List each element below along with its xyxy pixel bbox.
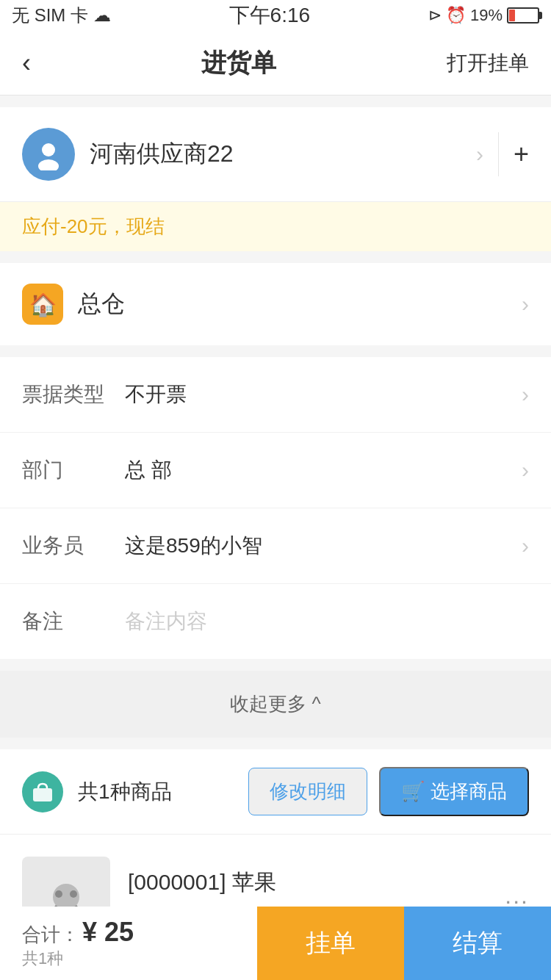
collapse-label: 收起更多 ^ <box>230 691 320 717</box>
chevron-right-icon: › <box>522 382 529 407</box>
remark-label: 备注 <box>22 608 110 635</box>
person-icon <box>32 138 65 170</box>
invoice-value: 不开票 <box>110 381 522 408</box>
product-count-icon <box>22 771 63 813</box>
collapse-button[interactable]: 收起更多 ^ <box>0 671 551 738</box>
invoice-row[interactable]: 票据类型 不开票 › <box>0 357 551 432</box>
chevron-right-icon: › <box>522 292 529 317</box>
notice-bar: 应付-20元，现结 <box>0 202 551 251</box>
svg-point-0 <box>42 143 55 156</box>
svg-rect-2 <box>33 788 52 801</box>
nav-bar: ‹ 进货单 打开挂单 <box>0 31 551 96</box>
supplier-row[interactable]: 河南供应商22 › + <box>0 107 551 202</box>
chevron-right-icon: › <box>476 142 483 167</box>
form-card: 票据类型 不开票 › 部门 总 部 › 业务员 这是859的小智 › 备注 备注… <box>0 357 551 659</box>
footer: 合计： ¥ 25 共1种 挂单 结算 <box>0 907 551 980</box>
department-label: 部门 <box>22 456 110 484</box>
battery-percent: 19% <box>470 6 503 25</box>
total-label: 合计： <box>22 922 79 948</box>
chevron-right-icon: › <box>522 458 529 483</box>
alarm-icon: ⏰ <box>446 6 466 25</box>
battery-icon <box>507 7 539 24</box>
modify-detail-button[interactable]: 修改明细 <box>248 768 367 815</box>
select-product-label: 选择商品 <box>431 779 507 804</box>
content-area: 河南供应商22 › + 应付-20元，现结 🏠 总仓 › 票据类型 不开票 › … <box>0 107 551 967</box>
warehouse-icon: 🏠 <box>22 284 63 325</box>
warehouse-name: 总仓 <box>78 288 522 320</box>
status-right: ⊳ ⏰ 19% <box>428 6 539 25</box>
product-name: [0000001] 苹果 <box>128 868 505 898</box>
settle-button[interactable]: 结算 <box>404 907 551 980</box>
vertical-divider <box>498 132 499 176</box>
notice-text: 应付-20元，现结 <box>22 215 165 237</box>
status-time: 下午6:16 <box>229 1 311 29</box>
total-count: 共1种 <box>22 948 235 970</box>
remark-row[interactable]: 备注 备注内容 <box>0 583 551 659</box>
status-bar: 无 SIM 卡 ☁ 下午6:16 ⊳ ⏰ 19% <box>0 0 551 31</box>
settle-button-label: 结算 <box>453 926 503 960</box>
cart-icon: 🛒 <box>401 780 425 803</box>
svg-point-4 <box>55 890 62 898</box>
back-button[interactable]: ‹ <box>22 48 31 79</box>
location-icon: ⊳ <box>428 6 442 25</box>
product-header: 共1种商品 修改明细 🛒 选择商品 <box>0 749 551 835</box>
sim-text: 无 SIM 卡 ☁ <box>12 4 111 27</box>
department-value: 总 部 <box>110 456 522 484</box>
status-left: 无 SIM 卡 ☁ <box>12 4 111 27</box>
supplier-avatar <box>22 128 75 181</box>
footer-total: 合计： ¥ 25 共1种 <box>0 907 257 980</box>
supplier-card: 河南供应商22 › + 应付-20元，现结 <box>0 107 551 251</box>
warehouse-row[interactable]: 🏠 总仓 › <box>0 263 551 345</box>
total-amount: ¥ 25 <box>82 917 134 948</box>
product-title-text: 苹果 <box>232 870 276 894</box>
select-product-button[interactable]: 🛒 选择商品 <box>379 767 529 816</box>
warehouse-card: 🏠 总仓 › <box>0 263 551 345</box>
open-hang-button[interactable]: 打开挂单 <box>447 49 529 77</box>
department-row[interactable]: 部门 总 部 › <box>0 432 551 508</box>
add-button[interactable]: + <box>514 139 529 170</box>
hang-button-label: 挂单 <box>306 926 356 960</box>
svg-point-1 <box>38 159 59 170</box>
remark-placeholder[interactable]: 备注内容 <box>110 608 529 635</box>
salesperson-row[interactable]: 业务员 这是859的小智 › <box>0 508 551 583</box>
salesperson-value: 这是859的小智 <box>110 532 522 560</box>
product-count-text: 共1种商品 <box>78 778 248 806</box>
salesperson-label: 业务员 <box>22 532 110 560</box>
shopping-bag-icon <box>30 779 55 804</box>
hang-button[interactable]: 挂单 <box>257 907 404 980</box>
page-title: 进货单 <box>201 46 276 80</box>
invoice-label: 票据类型 <box>22 381 110 408</box>
supplier-name: 河南供应商22 <box>90 138 476 170</box>
chevron-right-icon: › <box>522 533 529 558</box>
product-id: [0000001] <box>128 870 226 894</box>
svg-point-5 <box>70 890 77 898</box>
